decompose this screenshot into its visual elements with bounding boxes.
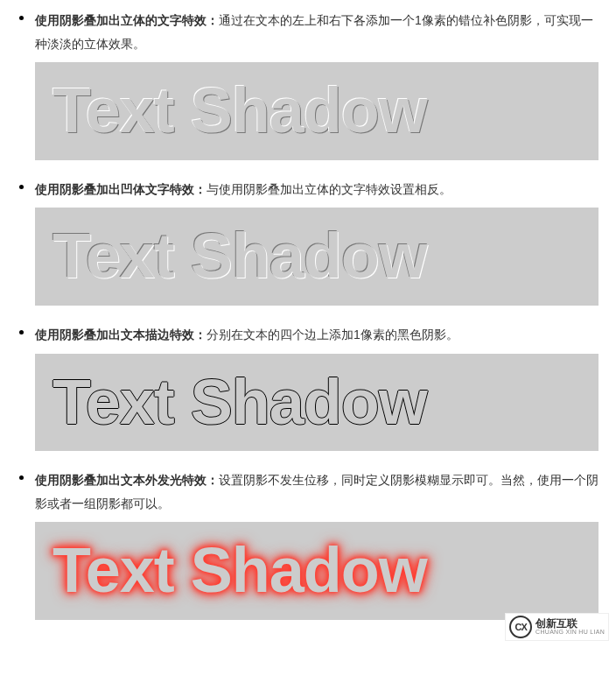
separator: ： [206,13,219,27]
effect-item-glow: 使用阴影叠加出文本外发光特效：设置阴影不发生位移，同时定义阴影模糊显示即可。当然… [9,468,598,620]
brand-logo: CX 创新互联 CHUANG XIN HU LIAN [505,613,609,641]
demo-box-glow: Text Shadow [35,522,598,620]
brand-mark: CX [509,616,532,638]
separator: ： [194,182,206,196]
effect-item-raised: 使用阴影叠加出立体的文字特效：通过在文本的左上和右下各添加一个1像素的错位补色阴… [9,9,598,160]
effect-description: 使用阴影叠加出文本外发光特效：设置阴影不发生位移，同时定义阴影模糊显示即可。当然… [35,468,598,515]
effect-description: 使用阴影叠加出立体的文字特效：通过在文本的左上和右下各添加一个1像素的错位补色阴… [35,9,598,55]
demo-text: Text Shadow [52,538,581,604]
effect-description: 使用阴影叠加出文本描边特效：分别在文本的四个边上添加1像素的黑色阴影。 [35,323,598,347]
brand-text: 创新互联 CHUANG XIN HU LIAN [536,618,605,635]
effect-body: 分别在文本的四个边上添加1像素的黑色阴影。 [206,327,458,341]
demo-box-raised: Text Shadow [35,62,598,160]
effect-item-inset: 使用阴影叠加出凹体文字特效：与使用阴影叠加出立体的文字特效设置相反。 Text … [9,178,598,306]
demo-text: Text Shadow [52,78,581,144]
separator: ： [206,473,219,487]
separator: ： [194,327,206,341]
effect-title: 使用阴影叠加出立体的文字特效 [35,13,206,27]
brand-en: CHUANG XIN HU LIAN [536,629,605,635]
effect-title: 使用阴影叠加出凹体文字特效 [35,182,194,196]
demo-text: Text Shadow [52,370,581,436]
brand-cn: 创新互联 [536,618,605,629]
effect-title: 使用阴影叠加出文本外发光特效 [35,473,206,487]
demo-box-inset: Text Shadow [35,208,598,306]
effects-list: 使用阴影叠加出立体的文字特效：通过在文本的左上和右下各添加一个1像素的错位补色阴… [9,9,598,620]
effect-body: 与使用阴影叠加出立体的文字特效设置相反。 [206,182,452,196]
effect-title: 使用阴影叠加出文本描边特效 [35,327,194,341]
effect-item-outline: 使用阴影叠加出文本描边特效：分别在文本的四个边上添加1像素的黑色阴影。 Text… [9,323,598,451]
demo-text: Text Shadow [52,223,581,290]
demo-box-outline: Text Shadow [35,354,598,452]
effect-description: 使用阴影叠加出凹体文字特效：与使用阴影叠加出立体的文字特效设置相反。 [35,178,598,201]
